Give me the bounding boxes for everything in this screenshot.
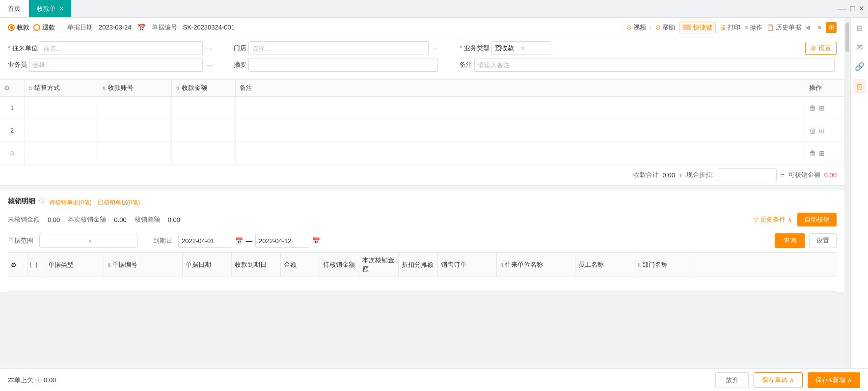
summary-input[interactable] [248,58,438,72]
row-2-account[interactable] [98,119,172,141]
print-icon: 🖨 [720,24,726,31]
btcol-doc-date-label: 单据日期 [186,260,211,269]
btcol-current-amount-label: 本次核销金额 [362,256,395,274]
discount-input[interactable] [718,168,777,181]
btcol-sales-order-label: 销售订单 [441,260,466,269]
btcol-checkbox[interactable] [27,253,45,277]
date-range-select[interactable]: ∨ [39,234,137,248]
keyboard-icon: ⌨ [682,24,692,31]
more-conditions-btn[interactable]: ▽ 更多条件 ∧ [753,215,792,224]
row-3-settlement[interactable] [25,142,98,164]
row-1-account[interactable] [98,97,172,119]
calendar-from-icon[interactable]: 📅 [235,237,243,245]
writeoff-settings-btn[interactable]: 设置 [809,233,837,248]
right-panel-camera-icon[interactable]: ⊡ [853,79,866,94]
tab-receipt-label: 收款单 [37,4,56,13]
salesperson-more-icon[interactable]: ··· [205,61,214,69]
print-btn[interactable]: 🖨 打印 [720,23,740,32]
auto-writeoff-btn[interactable]: 自动核销 [797,213,837,226]
row-2-copy-icon[interactable]: ⊞ [819,127,825,135]
row-3-amount[interactable] [172,142,236,164]
select-all-checkbox[interactable] [30,262,37,268]
layout-icons: ≡ ⊞ [814,22,837,33]
operation-btn[interactable]: ≡ 操作 [744,23,762,32]
doc-date-label: 单据日期 [67,23,93,32]
business-type-select[interactable]: 预收款 ∨ [491,41,550,55]
history-btn[interactable]: 📋 历史单据 [766,23,801,32]
video-btn[interactable]: ⊙ 视频 [626,23,646,32]
row-3-delete-icon[interactable]: 🗑 [809,149,816,157]
query-btn[interactable]: 查询 [775,233,805,248]
radio-refund[interactable]: 退款 [33,23,55,32]
row-1-amount[interactable] [172,97,236,119]
calendar-icon[interactable]: 📅 [137,24,146,31]
subtotal-value: 0.00 [663,171,675,179]
completed-tab[interactable]: 已核销单据(0笔) [98,198,140,207]
shortcut-btn[interactable]: ⌨ 快捷键 [679,22,716,33]
btcol-department-label: 部门名称 [642,260,668,269]
remark-label: 备注 [460,60,472,69]
footer-value: 0.00 [44,376,56,384]
date-from-input[interactable] [178,234,232,248]
right-panel-mail-icon[interactable]: ✉ [854,41,865,54]
row-1-settlement[interactable] [25,97,98,119]
receipt-type-group: 收款 退款 [8,23,55,32]
radio-income-circle [8,24,15,31]
close-btn[interactable]: × [859,3,864,14]
layout-list-icon[interactable]: ≡ [814,22,825,33]
settings-button[interactable]: ⚙ 设置 [805,42,837,55]
row-3-copy-icon[interactable]: ⊞ [819,149,825,157]
tab-home[interactable]: 首页 [0,0,29,17]
row-2-remark[interactable] [236,119,805,141]
row-1-delete-icon[interactable]: 🗑 [809,104,816,112]
btcol-gear[interactable]: ⚙ [8,253,27,277]
save-draft-btn[interactable]: 保存草稿 ∧ [754,372,803,388]
date-to-input[interactable] [255,234,309,248]
doc-number-label: 单据编号 [152,23,177,32]
store-input[interactable] [248,41,429,55]
scroll-thumb[interactable] [845,23,849,52]
counterpart-more-icon[interactable]: ··· [205,45,214,52]
maximize-btn[interactable]: □ [850,4,855,13]
row-1-remark[interactable] [236,97,805,119]
discard-btn[interactable]: 放弃 [715,372,749,388]
gear-icon[interactable]: ⚙ [4,84,10,92]
calendar-to-icon[interactable]: 📅 [312,237,320,245]
date-range-inputs: 📅 — 📅 [178,234,320,248]
bottom-table-header: ⚙ 单据类型 ⇅ 单据编号 单据日期 收款到期日 金额 待核销金额 [8,252,837,277]
pending-tab[interactable]: 待核销单据(0笔) [49,198,92,207]
row-3-account[interactable] [98,142,172,164]
summary-field: 摘要 [234,58,440,72]
layout-grid-icon[interactable]: ⊞ [826,22,837,33]
btcol-amount-label: 金额 [284,260,297,269]
row-3-remark[interactable] [236,142,805,164]
row-2-settlement[interactable] [25,119,98,141]
operation-label: 操作 [750,23,762,32]
filter-btns: 查询 设置 [775,233,837,248]
tab-receipt[interactable]: 收款单 × [29,0,71,17]
row-2-amount[interactable] [172,119,236,141]
footer-info-icon[interactable]: ⓘ [35,376,42,385]
nav-prev-icon[interactable]: ◀ [805,24,810,31]
save-new-btn[interactable]: 保存&新增 ∧ [808,372,860,388]
help-btn[interactable]: ⊙ 帮助 [655,23,675,32]
row-2-delete-icon[interactable]: 🗑 [809,127,816,135]
store-more-icon[interactable]: ··· [431,45,440,52]
counterpart-input[interactable] [40,41,203,55]
btcol-doc-type: 单据类型 [45,253,104,277]
right-panel-link-icon[interactable]: 🔗 [853,60,867,73]
radio-refund-circle [33,24,40,31]
btcol-gear-icon: ⚙ [11,261,17,269]
tab-receipt-close[interactable]: × [60,5,63,12]
btcol-current-amount: 本次核销金额 [359,253,399,277]
remark-input[interactable] [474,58,835,72]
right-panel-table-icon[interactable]: ⊟ [854,22,865,35]
col-remark: 备注 [236,80,805,96]
radio-income[interactable]: 收款 [8,23,29,32]
minimize-btn[interactable]: — [838,3,846,14]
row-1-copy-icon[interactable]: ⊞ [819,104,825,112]
row-2-num: 2 [0,119,25,141]
salesperson-input[interactable] [29,58,203,72]
main-content: 收款 退款 单据日期 2023-03-24 📅 单据编号 SK-20230324… [0,18,844,368]
writeoff-info-icon[interactable]: ⓘ [39,197,45,205]
